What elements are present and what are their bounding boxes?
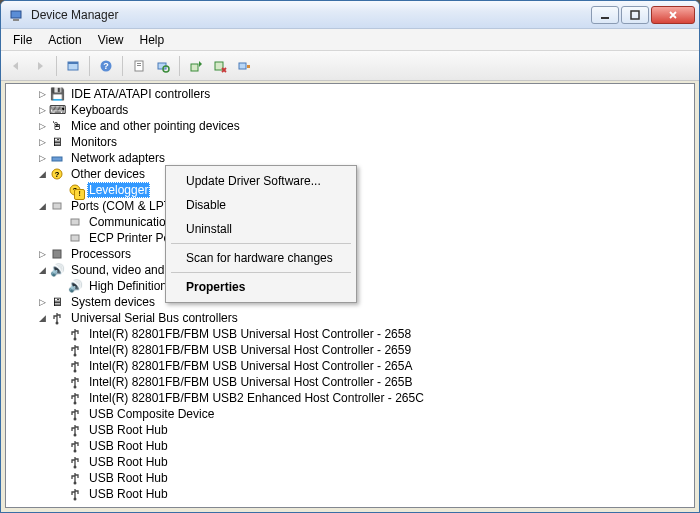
collapse-icon[interactable]: ◢ bbox=[36, 312, 48, 324]
other-icon: ? bbox=[49, 166, 65, 182]
ctx-scan[interactable]: Scan for hardware changes bbox=[168, 246, 354, 270]
svg-rect-13 bbox=[191, 64, 198, 71]
tree-item-network[interactable]: ▷Network adapters bbox=[10, 150, 690, 166]
close-button[interactable] bbox=[651, 6, 695, 24]
expand-icon[interactable]: ▷ bbox=[36, 104, 48, 116]
svg-rect-25 bbox=[53, 250, 61, 258]
show-hidden-button[interactable] bbox=[62, 55, 84, 77]
tree-item-usb-roothub[interactable]: USB Root Hub bbox=[10, 438, 690, 454]
svg-point-27 bbox=[74, 338, 77, 341]
tree-item-usb-composite[interactable]: USB Composite Device bbox=[10, 406, 690, 422]
usb-icon bbox=[67, 374, 83, 390]
ctx-properties[interactable]: Properties bbox=[168, 275, 354, 299]
menu-action[interactable]: Action bbox=[40, 31, 89, 49]
svg-text:?: ? bbox=[73, 186, 78, 195]
forward-button bbox=[29, 55, 51, 77]
network-icon bbox=[49, 150, 65, 166]
tree-item-usb-roothub[interactable]: USB Root Hub bbox=[10, 422, 690, 438]
mouse-icon: 🖱 bbox=[49, 118, 65, 134]
tree-item-ide[interactable]: ▷💾IDE ATA/ATAPI controllers bbox=[10, 86, 690, 102]
uninstall-button[interactable] bbox=[209, 55, 231, 77]
ide-icon: 💾 bbox=[49, 86, 65, 102]
collapse-icon[interactable]: ◢ bbox=[36, 168, 48, 180]
minimize-button[interactable] bbox=[591, 6, 619, 24]
menu-view[interactable]: View bbox=[90, 31, 132, 49]
expand-icon[interactable]: ▷ bbox=[36, 296, 48, 308]
tree-item-keyboards[interactable]: ▷⌨Keyboards bbox=[10, 102, 690, 118]
tree-item-mice[interactable]: ▷🖱Mice and other pointing devices bbox=[10, 118, 690, 134]
separator bbox=[171, 272, 351, 273]
device-manager-window: Device Manager File Action View Help ? ▷… bbox=[0, 0, 700, 513]
collapse-icon[interactable]: ◢ bbox=[36, 200, 48, 212]
tree-item-usb-host[interactable]: Intel(R) 82801FB/FBM USB Universal Host … bbox=[10, 374, 690, 390]
menu-file[interactable]: File bbox=[5, 31, 40, 49]
expand-icon[interactable]: ▷ bbox=[36, 248, 48, 260]
tree-item-usb-host[interactable]: Intel(R) 82801FB/FBM USB Universal Host … bbox=[10, 326, 690, 342]
svg-rect-3 bbox=[631, 11, 639, 19]
svg-point-31 bbox=[74, 402, 77, 405]
tree-item-usb-host[interactable]: Intel(R) 82801FB/FBM USB Universal Host … bbox=[10, 342, 690, 358]
enable-button[interactable] bbox=[233, 55, 255, 77]
usb-icon bbox=[67, 358, 83, 374]
tree-item-usb[interactable]: ◢Universal Serial Bus controllers bbox=[10, 310, 690, 326]
toolbar: ? bbox=[1, 51, 699, 81]
sound-icon: 🔊 bbox=[67, 278, 83, 294]
window-title: Device Manager bbox=[31, 8, 589, 22]
tree-item-monitors[interactable]: ▷🖥Monitors bbox=[10, 134, 690, 150]
cpu-icon bbox=[49, 246, 65, 262]
update-driver-button[interactable] bbox=[185, 55, 207, 77]
separator bbox=[122, 56, 123, 76]
svg-point-32 bbox=[74, 418, 77, 421]
app-icon bbox=[9, 7, 25, 23]
tree-item-usb-roothub[interactable]: USB Root Hub bbox=[10, 470, 690, 486]
collapse-icon[interactable]: ◢ bbox=[36, 264, 48, 276]
usb-icon bbox=[67, 390, 83, 406]
expand-icon[interactable]: ▷ bbox=[36, 152, 48, 164]
svg-rect-15 bbox=[239, 63, 246, 69]
titlebar[interactable]: Device Manager bbox=[1, 1, 699, 29]
svg-text:?: ? bbox=[55, 170, 60, 179]
system-icon: 🖥 bbox=[49, 294, 65, 310]
port-icon bbox=[49, 198, 65, 214]
svg-point-34 bbox=[74, 450, 77, 453]
svg-rect-2 bbox=[601, 17, 609, 19]
tree-item-label: Levelogger bbox=[87, 182, 150, 198]
ctx-update-driver[interactable]: Update Driver Software... bbox=[168, 169, 354, 193]
svg-text:?: ? bbox=[103, 61, 109, 71]
menu-help[interactable]: Help bbox=[132, 31, 173, 49]
usb-icon bbox=[67, 342, 83, 358]
svg-rect-1 bbox=[13, 19, 19, 21]
separator bbox=[179, 56, 180, 76]
ctx-disable[interactable]: Disable bbox=[168, 193, 354, 217]
svg-rect-5 bbox=[68, 62, 78, 64]
expand-icon[interactable]: ▷ bbox=[36, 88, 48, 100]
tree-item-usb-roothub[interactable]: USB Root Hub bbox=[10, 454, 690, 470]
svg-point-37 bbox=[74, 498, 77, 501]
svg-rect-17 bbox=[52, 157, 62, 161]
separator bbox=[56, 56, 57, 76]
separator bbox=[171, 243, 351, 244]
expand-icon[interactable]: ▷ bbox=[36, 120, 48, 132]
maximize-button[interactable] bbox=[621, 6, 649, 24]
tree-item-usb-roothub[interactable]: USB Root Hub bbox=[10, 486, 690, 502]
tree-item-usb-host[interactable]: Intel(R) 82801FB/FBM USB Universal Host … bbox=[10, 358, 690, 374]
usb-icon bbox=[67, 326, 83, 342]
svg-rect-9 bbox=[137, 63, 141, 64]
tree-item-usb-host[interactable]: Intel(R) 82801FB/FBM USB2 Enhanced Host … bbox=[10, 390, 690, 406]
window-buttons bbox=[589, 6, 695, 24]
svg-rect-10 bbox=[137, 65, 141, 66]
usb-icon bbox=[67, 406, 83, 422]
back-button bbox=[5, 55, 27, 77]
ctx-uninstall[interactable]: Uninstall bbox=[168, 217, 354, 241]
svg-rect-24 bbox=[71, 235, 79, 241]
properties-button[interactable] bbox=[128, 55, 150, 77]
usb-icon bbox=[67, 470, 83, 486]
monitor-icon: 🖥 bbox=[49, 134, 65, 150]
scan-button[interactable] bbox=[152, 55, 174, 77]
context-menu: Update Driver Software... Disable Uninst… bbox=[165, 165, 357, 303]
svg-rect-22 bbox=[53, 203, 61, 209]
expand-icon[interactable]: ▷ bbox=[36, 136, 48, 148]
svg-rect-23 bbox=[71, 219, 79, 225]
help-button[interactable]: ? bbox=[95, 55, 117, 77]
usb-icon bbox=[67, 486, 83, 502]
